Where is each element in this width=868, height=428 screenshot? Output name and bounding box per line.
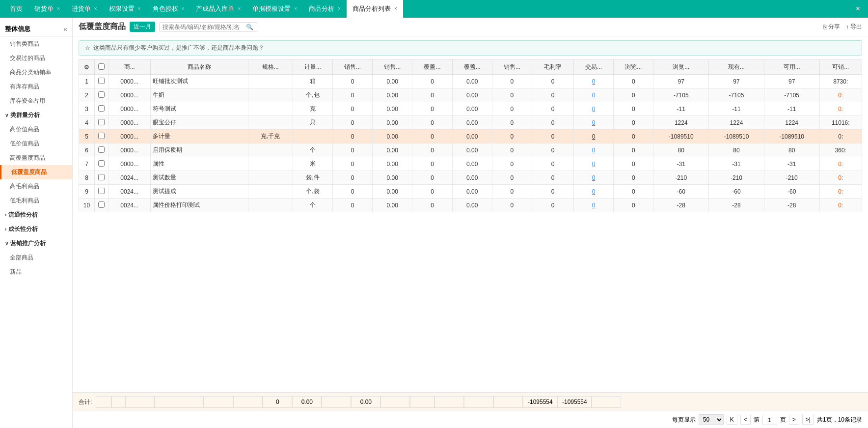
row-select-checkbox[interactable]: [98, 146, 105, 153]
table-row: 3 0000... 符号测试 克 0 0.00 0 0.00 0 0 0 0 -…: [79, 102, 862, 116]
col-checkbox[interactable]: [95, 60, 108, 75]
sidebar-section-flow[interactable]: › 流通性分析: [0, 208, 72, 222]
row-code: 0024...: [108, 185, 151, 199]
sidebar-section-marketing[interactable]: ∨ 营销推广分析: [0, 236, 72, 251]
row-code: 0000...: [108, 157, 151, 171]
row-select-checkbox[interactable]: [98, 201, 105, 208]
sidebar-item-all-goods[interactable]: 全部商品: [0, 251, 72, 265]
sidebar-section-growth[interactable]: › 成长性分析: [0, 222, 72, 236]
row-checkbox[interactable]: [95, 130, 108, 143]
row-code: 0000...: [108, 130, 151, 143]
sidebar-item-high-value[interactable]: 高价值商品: [0, 122, 72, 137]
row-trade[interactable]: 0: [573, 88, 613, 102]
row-unit: 个: [293, 143, 332, 157]
search-input[interactable]: [163, 24, 246, 30]
share-button[interactable]: ⎘ 分享: [823, 23, 840, 31]
table-container: ⚙ 商... 商品名称 规格... 计量... 销售... 销售... 覆盖..…: [73, 59, 868, 392]
select-all-checkbox[interactable]: [98, 63, 105, 70]
nav-role[interactable]: 角色授权 ×: [147, 0, 190, 18]
row-checkbox[interactable]: [95, 102, 108, 116]
close-icon[interactable]: ×: [394, 0, 397, 18]
sidebar-item-high-coverage[interactable]: 高覆盖度商品: [0, 151, 72, 165]
export-icon: ↑: [846, 24, 849, 30]
star-icon: ☆: [85, 45, 90, 52]
close-all-button[interactable]: ×: [852, 4, 864, 13]
nav-home[interactable]: 首页: [4, 0, 28, 18]
row-available: -60: [764, 185, 819, 199]
row-select-checkbox[interactable]: [98, 160, 105, 167]
sidebar-item-high-margin[interactable]: 高毛利商品: [0, 179, 72, 194]
close-icon[interactable]: ×: [238, 0, 241, 18]
total-available: -1095554: [557, 396, 592, 408]
nav-product-stock[interactable]: 产成品入库单 ×: [190, 0, 246, 18]
row-trade[interactable]: 0: [573, 143, 613, 157]
col-trade: 交易...: [573, 60, 613, 75]
row-trade[interactable]: 0: [573, 102, 613, 116]
next-page-button[interactable]: >: [789, 415, 799, 425]
col-settings[interactable]: ⚙: [79, 60, 95, 75]
sidebar-item-low-value[interactable]: 低价值商品: [0, 137, 72, 151]
row-sales3: 0: [492, 75, 532, 88]
row-checkbox[interactable]: [95, 199, 108, 212]
row-checkbox[interactable]: [95, 157, 108, 171]
row-name: 牛奶: [151, 88, 248, 102]
row-checkbox[interactable]: [95, 171, 108, 185]
row-cover2: 0.00: [452, 185, 492, 199]
row-checkbox[interactable]: [95, 143, 108, 157]
table-row: 2 0000... 牛奶 个,包 0 0.00 0 0.00 0 0 0 0 -…: [79, 88, 862, 102]
close-icon[interactable]: ×: [57, 0, 60, 18]
close-icon[interactable]: ×: [294, 0, 297, 18]
sidebar-item-capital[interactable]: 库存资金占用: [0, 94, 72, 108]
row-margin: 0: [532, 143, 574, 157]
row-checkbox[interactable]: [95, 75, 108, 88]
prev-page-button[interactable]: <: [740, 415, 751, 425]
sidebar-item-stock-goods[interactable]: 有库存商品: [0, 80, 72, 94]
row-select-checkbox[interactable]: [98, 78, 105, 84]
last-page-button[interactable]: >|: [802, 415, 814, 425]
row-trade[interactable]: 0: [573, 130, 613, 143]
nav-template[interactable]: 单据模板设置 ×: [246, 0, 303, 18]
nav-sales[interactable]: 销货单 ×: [28, 0, 66, 18]
row-sales1: 0: [332, 102, 372, 116]
row-select-checkbox[interactable]: [98, 174, 105, 180]
close-icon[interactable]: ×: [138, 0, 141, 18]
sidebar-section-cluster[interactable]: ∨ 类群量分析: [0, 108, 72, 122]
sidebar-item-low-margin[interactable]: 低毛利商品: [0, 194, 72, 208]
row-select-checkbox[interactable]: [98, 188, 105, 194]
row-select-checkbox[interactable]: [98, 91, 105, 98]
row-trade[interactable]: 0: [573, 116, 613, 130]
row-checkbox[interactable]: [95, 116, 108, 130]
collapse-button[interactable]: «: [63, 25, 67, 33]
nav-permission[interactable]: 权限设置 ×: [103, 0, 147, 18]
nav-analysis[interactable]: 商品分析 ×: [303, 0, 347, 18]
close-icon[interactable]: ×: [338, 0, 341, 18]
close-icon[interactable]: ×: [182, 0, 185, 18]
export-button[interactable]: ↑ 导出: [846, 23, 862, 31]
first-page-button[interactable]: K: [727, 415, 737, 425]
close-icon[interactable]: ×: [94, 0, 97, 18]
row-trade[interactable]: 0: [573, 199, 613, 212]
row-select-checkbox[interactable]: [98, 119, 105, 125]
row-trade[interactable]: 0: [573, 185, 613, 199]
sidebar-item-traded-goods[interactable]: 交易过的商品: [0, 51, 72, 65]
page-input[interactable]: [762, 415, 777, 425]
row-checkbox[interactable]: [95, 88, 108, 102]
per-page-select[interactable]: 50 100 200: [699, 414, 724, 425]
row-trade[interactable]: 0: [573, 157, 613, 171]
row-checkbox[interactable]: [95, 185, 108, 199]
row-trade[interactable]: 0: [573, 171, 613, 185]
settings-icon[interactable]: ⚙: [84, 64, 89, 71]
row-select-checkbox[interactable]: [98, 105, 105, 112]
sidebar-item-sales-goods[interactable]: 销售类商品: [0, 37, 72, 51]
search-icon[interactable]: 🔍: [246, 24, 253, 30]
row-sales2: 0.00: [373, 102, 412, 116]
sidebar-item-category-rate[interactable]: 商品分类动销率: [0, 65, 72, 80]
nav-analysis-list[interactable]: 商品分析列表 ×: [347, 0, 403, 18]
sidebar-item-new-goods[interactable]: 新品: [0, 265, 72, 279]
date-filter-button[interactable]: 近一月: [130, 22, 155, 32]
row-trade[interactable]: 0: [573, 75, 613, 88]
row-spec: [248, 171, 293, 185]
sidebar-item-low-coverage[interactable]: 低覆盖度商品: [0, 165, 72, 179]
nav-purchase[interactable]: 进货单 ×: [66, 0, 103, 18]
row-select-checkbox[interactable]: [98, 133, 105, 139]
